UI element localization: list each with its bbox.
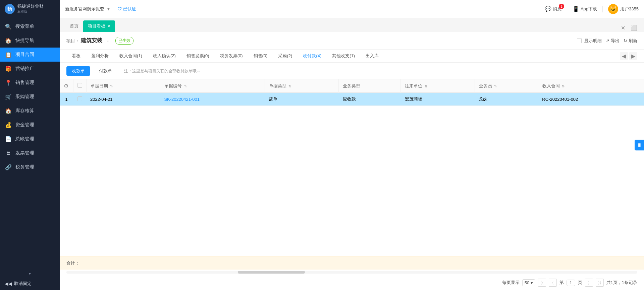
message-icon: 💬 bbox=[545, 6, 551, 12]
gift-icon: 🎁 bbox=[5, 65, 12, 72]
th-biz-type-label: 业务类型 bbox=[343, 83, 360, 88]
th-gear[interactable]: ⚙ bbox=[60, 79, 73, 93]
column-settings-icon[interactable]: ⚙ bbox=[64, 83, 68, 89]
sidebar-item-fund[interactable]: 💰 资金管理 bbox=[0, 118, 60, 132]
topbar-dropdown-icon[interactable]: ▼ bbox=[106, 6, 111, 11]
sidebar-item-purchase-label: 采购管理 bbox=[15, 94, 34, 100]
sub-tab-other-expense[interactable]: 其他收支(1) bbox=[327, 50, 360, 63]
row-checkbox-cell[interactable] bbox=[73, 93, 86, 106]
sub-tab-profit[interactable]: 盈利分析 bbox=[86, 50, 114, 63]
ledger-icon: 📄 bbox=[5, 135, 12, 143]
inner-tabs: 收款单 付款单 注：这里是与项目关联的全部收付款单哦～ bbox=[60, 63, 644, 79]
certified-shield-icon: 🛡 bbox=[117, 6, 122, 11]
sidebar-item-purchase[interactable]: 🛒 采购管理 bbox=[0, 90, 60, 104]
inner-tab-payment[interactable]: 付款单 bbox=[94, 66, 117, 76]
export-button[interactable]: ↗ 导出 bbox=[606, 38, 620, 44]
sidebar-item-marketing[interactable]: 🎁 营销推广 bbox=[0, 62, 60, 76]
pagination: 每页显示 50 ▾ ⟨⟨ ⟨ 第 1 页 ⟩ ⟩⟩ 共1页，1条记录 bbox=[60, 275, 644, 290]
sidebar-item-project-contract-label: 项目合同 bbox=[15, 52, 34, 58]
topbar-project[interactable]: 新服务官网演示账套 ▼ bbox=[65, 6, 111, 12]
sidebar-item-invoice[interactable]: 🖥 发票管理 bbox=[0, 146, 60, 160]
row-seq: 1 bbox=[60, 93, 73, 106]
tab-close-icon[interactable]: ✕ bbox=[107, 24, 110, 28]
sidebar-item-sales[interactable]: 📍 销售管理 bbox=[0, 76, 60, 90]
per-page-label: 每页显示 bbox=[502, 280, 520, 286]
sort-salesman-icon: ⇅ bbox=[494, 84, 497, 88]
sidebar-item-ledger[interactable]: 📄 总账管理 bbox=[0, 132, 60, 146]
row-type: 蓝单 bbox=[265, 93, 338, 106]
tab-project-board[interactable]: 项目看板 ✕ bbox=[83, 20, 115, 32]
th-type[interactable]: 单据类型 ⇅ bbox=[265, 79, 338, 93]
sub-tab-inout[interactable]: 出入库 bbox=[360, 50, 384, 63]
first-page-button[interactable]: ⟨⟨ bbox=[538, 279, 546, 287]
sub-tab-purchase[interactable]: 采购(2) bbox=[273, 50, 298, 63]
horizontal-scrollbar[interactable] bbox=[66, 271, 637, 274]
row-number[interactable]: SK-20220421-001 bbox=[160, 93, 265, 106]
sub-tab-income-confirm[interactable]: 收入确认(2) bbox=[148, 50, 181, 63]
sub-tab-sales[interactable]: 销售(0) bbox=[248, 50, 273, 63]
sub-tab-kanban[interactable]: 看板 bbox=[66, 50, 86, 63]
show-detail-button[interactable]: 显示明细 bbox=[577, 38, 602, 44]
show-detail-label: 显示明细 bbox=[584, 38, 602, 44]
th-income-contract-label: 收入合同 bbox=[542, 83, 560, 88]
project-name: 建筑安装 bbox=[81, 37, 102, 44]
sub-tab-navigation: ◀ ▶ bbox=[620, 52, 637, 60]
sub-tab-income-contract[interactable]: 收入合同(1) bbox=[114, 50, 148, 63]
sub-tab-profit-label: 盈利分析 bbox=[91, 53, 109, 58]
select-all-checkbox[interactable] bbox=[77, 83, 82, 88]
th-check[interactable] bbox=[73, 79, 86, 93]
tab-home-label: 首页 bbox=[70, 23, 78, 29]
sub-tab-receivables-label: 收付款(4) bbox=[303, 53, 321, 58]
sidebar-item-project-contract[interactable]: 📋 项目合同 bbox=[0, 48, 60, 62]
sidebar-item-inventory[interactable]: 🏠 库存核算 bbox=[0, 104, 60, 118]
th-income-contract[interactable]: 收入合同 ⇅ bbox=[538, 79, 644, 93]
sub-tab-next-button[interactable]: ▶ bbox=[629, 52, 637, 60]
app-logo-icon: 畅 bbox=[5, 4, 15, 14]
page-content: 项目： 建筑安装 ··· 已生效 显示明细 ↗ 导出 ↻ 刷 bbox=[60, 32, 644, 290]
scrollbar-thumb[interactable] bbox=[238, 271, 305, 274]
maximize-window-button[interactable]: ⬜ bbox=[629, 24, 639, 32]
th-date[interactable]: 单据日期 ⇅ bbox=[86, 79, 160, 93]
page-label: 第 bbox=[559, 280, 564, 286]
sidebar-item-tax[interactable]: 🔗 税务管理 bbox=[0, 160, 60, 174]
show-detail-checkbox[interactable] bbox=[577, 39, 582, 43]
total-row: 合计： bbox=[60, 257, 644, 270]
topbar-actions: 💬 消息 1 📱 App下载 🐱 用户3355 bbox=[545, 4, 639, 14]
message-button[interactable]: 💬 消息 1 bbox=[545, 6, 561, 12]
th-salesman[interactable]: 业务员 ⇅ bbox=[475, 79, 538, 93]
prev-page-button[interactable]: ⟨ bbox=[549, 279, 557, 287]
last-page-button[interactable]: ⟩⟩ bbox=[596, 279, 604, 287]
right-panel-button[interactable]: ≡ bbox=[635, 140, 644, 150]
project-more-button[interactable]: ··· bbox=[107, 38, 111, 43]
sidebar-item-fund-label: 资金管理 bbox=[15, 122, 34, 128]
th-counterparty[interactable]: 往来单位 ⇅ bbox=[401, 79, 475, 93]
sidebar-item-quick-nav[interactable]: 🏠 快捷导航 bbox=[0, 33, 60, 48]
sub-tabs: 看板 盈利分析 收入合同(1) 收入确认(2) 销售发票(0) 税务发票(0) bbox=[60, 50, 644, 63]
sub-tab-sales-invoice[interactable]: 销售发票(0) bbox=[181, 50, 215, 63]
row-number-link[interactable]: SK-20220421-001 bbox=[164, 97, 200, 102]
sub-tab-prev-button[interactable]: ◀ bbox=[620, 52, 628, 60]
sales-icon: 📍 bbox=[5, 79, 12, 86]
close-window-button[interactable]: ✕ bbox=[620, 24, 627, 32]
inner-tab-receipt[interactable]: 收款单 bbox=[66, 66, 90, 76]
th-number-label: 单据编号 bbox=[164, 83, 182, 88]
mobile-icon: 📱 bbox=[573, 6, 579, 12]
sidebar-item-tax-label: 税务管理 bbox=[15, 164, 34, 170]
sub-tab-receivables[interactable]: 收付款(4) bbox=[298, 50, 327, 63]
user-avatar: 🐱 bbox=[608, 4, 618, 14]
sidebar-item-search[interactable]: 🔍 搜索菜单 bbox=[0, 19, 60, 33]
table-row[interactable]: 1 2022-04-21 SK-20220421-001 蓝单 应收款 宏茂商场 bbox=[60, 93, 644, 106]
row-checkbox[interactable] bbox=[77, 96, 82, 101]
project-label: 项目： bbox=[66, 38, 79, 44]
th-number[interactable]: 单据编号 ⇅ bbox=[160, 79, 265, 93]
sub-tab-income-contract-label: 收入合同(1) bbox=[119, 53, 142, 58]
sub-tab-tax-invoice[interactable]: 税务发票(0) bbox=[215, 50, 248, 63]
tab-home[interactable]: 首页 bbox=[65, 20, 83, 32]
data-table: ⚙ 单据日期 ⇅ 单据编号 ⇅ bbox=[60, 79, 644, 106]
sidebar-unpin-button[interactable]: ◀◀ 取消固定 bbox=[0, 277, 60, 290]
app-download-button[interactable]: 📱 App下载 bbox=[573, 6, 597, 12]
per-page-select[interactable]: 50 ▾ bbox=[522, 279, 535, 286]
refresh-button[interactable]: ↻ 刷新 bbox=[624, 38, 637, 44]
user-menu-button[interactable]: 🐱 用户3355 bbox=[608, 4, 639, 14]
next-page-button[interactable]: ⟩ bbox=[585, 279, 593, 287]
